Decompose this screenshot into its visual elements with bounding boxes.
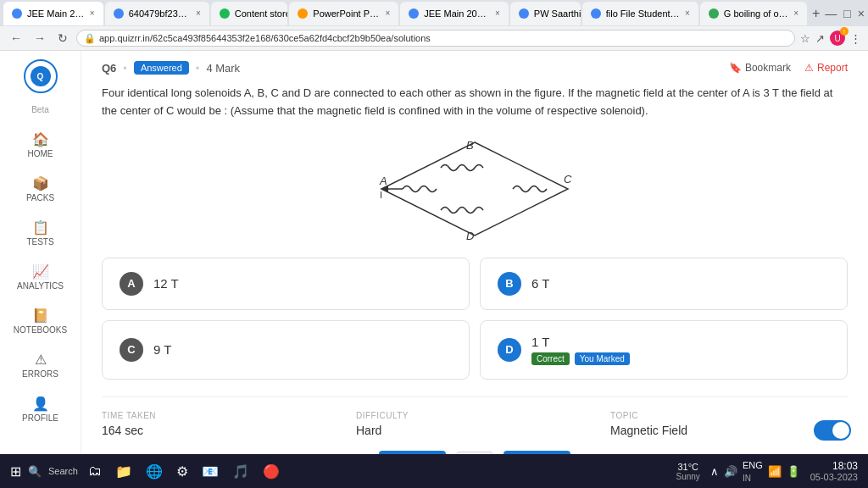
taskbar-left: ⊞ 🔍 Search 🗂 📁 🌐 ⚙ 📧 🎵 🔴 <box>10 463 283 480</box>
option-a[interactable]: A 12 T <box>102 258 470 310</box>
new-tab-button[interactable]: + <box>809 3 823 25</box>
taskbar-clock: 18:03 05-03-2023 <box>810 460 858 482</box>
sidebar-item-home[interactable]: 🏠 HOME <box>7 125 75 165</box>
home-icon: 🏠 <box>32 131 49 147</box>
tab-6[interactable]: PW Saarthi × <box>510 2 581 25</box>
notebooks-icon: 📔 <box>32 308 49 324</box>
address-bar[interactable]: 🔒 app.quizrr.in/62c5ca493f85644353f2e168… <box>76 30 795 47</box>
tab-active[interactable]: JEE Main 2021 (18... × <box>3 2 103 25</box>
up-chevron-icon[interactable]: ∧ <box>710 465 719 478</box>
sidebar-item-errors[interactable]: ⚠ ERRORS <box>7 345 75 385</box>
options-grid: A 12 T B 6 T C 9 T D 1 T Correct Yo <box>102 258 848 380</box>
option-c[interactable]: C 9 T <box>102 320 470 380</box>
logo-icon: Q <box>31 66 51 86</box>
stats-row: TIME TAKEN 164 sec DIFFICULTY Hard TOPIC… <box>102 396 848 437</box>
taskbar-app-5[interactable]: 📧 <box>198 463 222 480</box>
tab-close-5-icon[interactable]: × <box>495 8 500 18</box>
toggle-switch[interactable] <box>814 420 851 441</box>
tab-8[interactable]: G boiling of ortho and... × <box>700 2 807 25</box>
tab-close-8-icon[interactable]: × <box>793 8 798 18</box>
back-button[interactable]: ← <box>7 30 25 47</box>
svg-text:A: A <box>379 175 387 187</box>
search-icon-taskbar[interactable]: 🔍 <box>28 465 42 478</box>
taskbar: ⊞ 🔍 Search 🗂 📁 🌐 ⚙ 📧 🎵 🔴 31°C Sunny ∧ 🔊 … <box>0 454 868 488</box>
svg-text:D: D <box>466 230 474 242</box>
volume-icon[interactable]: 🔊 <box>724 465 737 478</box>
bookmark-star-icon[interactable]: ☆ <box>800 32 810 45</box>
weather-temp: 31°C <box>677 462 698 472</box>
correct-tag: Correct <box>531 352 570 365</box>
report-button[interactable]: ⚠ Report <box>804 62 848 74</box>
taskbar-app-2[interactable]: 📁 <box>112 463 136 480</box>
taskbar-app-7[interactable]: 🔴 <box>259 463 283 480</box>
browser-nav-icons: ☆ ↗ U ! ⋮ <box>800 30 861 46</box>
bookmark-button[interactable]: 🔖 Bookmark <box>729 62 791 74</box>
taskbar-time: 18:03 <box>810 460 858 472</box>
windows-icon[interactable]: ⊞ <box>10 463 21 480</box>
tab-3[interactable]: Content store × <box>211 2 288 25</box>
extensions-icon[interactable]: ⋮ <box>850 32 861 45</box>
wifi-icon[interactable]: 📶 <box>768 465 782 478</box>
taskbar-app-6[interactable]: 🎵 <box>229 463 253 480</box>
sidebar-item-analytics[interactable]: 📈 ANALYTICS <box>7 257 75 297</box>
report-icon: ⚠ <box>804 62 814 74</box>
taskbar-app-1[interactable]: 🗂 <box>85 463 105 479</box>
sidebar-item-packs[interactable]: 📦 PACKS <box>7 169 75 209</box>
sidebar-item-notebooks[interactable]: 📔 NOTEBOOKS <box>7 301 75 341</box>
answered-badge: Answered <box>134 61 189 75</box>
stat-topic: TOPIC Magnetic Field <box>610 411 848 437</box>
option-b[interactable]: B 6 T <box>480 258 848 310</box>
sidebar-packs-label: PACKS <box>26 193 54 202</box>
diagram-container: A I B C D <box>102 134 848 244</box>
taskbar-app-3[interactable]: 🌐 <box>142 463 166 480</box>
lang-label: ENG IN <box>743 458 763 484</box>
share-icon[interactable]: ↗ <box>815 32 825 45</box>
question-text: Four identical long solenoids A, B, C an… <box>102 85 848 120</box>
search-label-taskbar[interactable]: Search <box>48 466 78 476</box>
forward-button[interactable]: → <box>31 30 49 47</box>
option-d-text: 1 T <box>531 335 549 349</box>
sidebar-profile-label: PROFILE <box>22 413 58 423</box>
toggle-container <box>814 420 851 441</box>
option-b-badge: B <box>498 272 521 296</box>
url-text: app.quizrr.in/62c5ca493f85644353f2e168/6… <box>99 33 431 43</box>
tabs-row: JEE Main 2021 (18... × 640479bf237313453… <box>0 0 868 26</box>
minimize-button[interactable]: — <box>825 7 837 20</box>
svg-text:C: C <box>564 173 572 186</box>
tab-close-4-icon[interactable]: × <box>385 8 390 18</box>
sidebar-home-label: HOME <box>28 149 53 158</box>
option-d[interactable]: D 1 T Correct You Marked <box>480 320 848 380</box>
battery-icon[interactable]: 🔋 <box>787 465 800 478</box>
stat-difficulty: DIFFICULTY Hard <box>356 411 593 437</box>
tab-4[interactable]: PowerPoint Presentati... × <box>289 2 398 25</box>
tests-icon: 📋 <box>32 219 49 236</box>
beta-label: Beta <box>31 105 49 114</box>
taskbar-app-4[interactable]: ⚙ <box>173 463 192 480</box>
nav-row: ← → ↻ 🔒 app.quizrr.in/62c5ca493f85644353… <box>0 26 868 50</box>
tab-7[interactable]: filo File Student: World's C × <box>582 2 698 25</box>
profile-icon[interactable]: U ! <box>830 30 845 46</box>
header-actions: 🔖 Bookmark ⚠ Report <box>729 62 848 74</box>
tab-2[interactable]: 640479bf237313453... × <box>105 2 209 25</box>
svg-text:I: I <box>380 190 382 200</box>
app-container: Q Beta 🏠 HOME 📦 PACKS 📋 TESTS 📈 ANALYTIC… <box>0 51 868 454</box>
sidebar-item-profile[interactable]: 👤 PROFILE <box>7 389 75 430</box>
tab-close-icon[interactable]: × <box>90 8 95 18</box>
option-b-text: 6 T <box>531 276 549 291</box>
option-d-tags: Correct You Marked <box>531 352 630 365</box>
option-c-badge: C <box>120 338 143 362</box>
packs-icon: 📦 <box>32 175 49 191</box>
toggle-circle <box>832 422 849 439</box>
taskbar-weather: 31°C Sunny <box>676 462 700 481</box>
reload-button[interactable]: ↻ <box>54 30 71 47</box>
you-marked-tag: You Marked <box>575 352 630 365</box>
maximize-button[interactable]: □ <box>843 7 850 20</box>
tab-close-2-icon[interactable]: × <box>196 8 201 18</box>
sidebar-item-tests[interactable]: 📋 TESTS <box>7 213 75 253</box>
tab-close-7-icon[interactable]: × <box>685 8 690 18</box>
option-d-content: 1 T Correct You Marked <box>531 335 630 365</box>
close-button[interactable]: × <box>858 7 865 20</box>
errors-icon: ⚠ <box>35 352 47 368</box>
tab-5[interactable]: JEE Main 2016 (Onlin... × <box>400 2 509 25</box>
browser-chrome: JEE Main 2021 (18... × 640479bf237313453… <box>0 0 868 51</box>
